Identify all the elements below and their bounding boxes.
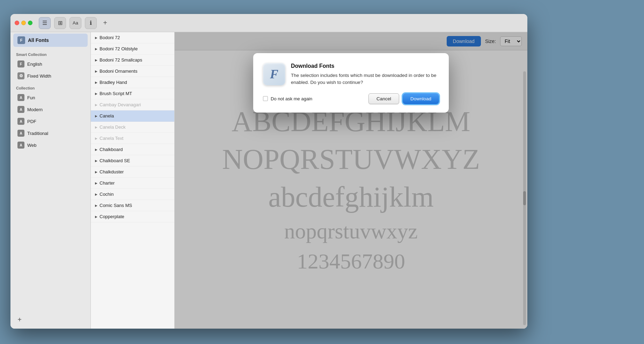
pdf-icon: A [17,118,24,125]
add-collection-plus-button[interactable]: + [15,315,24,324]
grid-view-button[interactable]: ⊞ [54,17,66,29]
minimize-button[interactable] [21,21,26,25]
font-name: Cochin [100,192,114,197]
expand-arrow: ▶ [95,215,97,218]
font-name: Chalkboard [100,147,123,152]
all-fonts-label: All Fonts [28,37,49,43]
font-name: Brush Script MT [100,91,132,96]
font-name: Bodoni 72 [100,35,120,40]
fun-icon: A [17,94,24,101]
modal-footer: Do not ask me again Cancel Download [263,93,439,104]
modal-buttons: Cancel Download [368,93,439,104]
font-name: Bodoni 72 Oldstyle [100,46,138,51]
all-fonts-icon: F [17,36,25,44]
font-item-bodoni72smallcaps[interactable]: ▶ Bodoni 72 Smallcaps [91,55,174,66]
font-item-cambaydevanagari[interactable]: ▶ Cambay Devanagari [91,99,174,110]
font-item-chalkduster[interactable]: ▶ Chalkduster [91,166,174,178]
expand-arrow: ▶ [95,181,97,185]
sidebar-item-english[interactable]: F English [12,58,89,70]
font-name: Comic Sans MS [100,203,132,208]
add-collection-button[interactable]: + [100,18,110,28]
pdf-label: PDF [27,119,36,124]
font-item-chalkboardse[interactable]: ▶ Chalkboard SE [91,155,174,166]
font-item-charter[interactable]: ▶ Charter [91,178,174,189]
modal-body-text: The selection includes fonts which must … [291,72,439,86]
close-button[interactable] [15,21,19,25]
modal-text-section: Download Fonts The selection includes fo… [291,63,439,86]
modal-overlay: F Download Fonts The selection includes … [175,32,527,329]
expand-arrow: ▶ [95,81,97,84]
collection-section-label: Collection [10,82,90,92]
expand-arrow: ▶ [95,47,97,51]
expand-arrow: ▶ [95,36,97,40]
sidebar-bottom: + [10,310,90,329]
font-item-bodoniornaments[interactable]: ▶ Bodoni Ornaments [91,66,174,77]
sidebar-item-pdf[interactable]: A PDF [12,116,89,127]
font-item-caneladeck[interactable]: ▶ Canela Deck [91,122,174,133]
sidebar-item-fixed-width[interactable]: ⚙ Fixed Width [12,70,89,81]
sidebar-item-modern[interactable]: A Modern [12,104,89,115]
font-name: Cambay Devanagari [100,102,141,107]
font-name: Chalkduster [100,169,124,174]
expand-arrow: ▶ [95,193,97,196]
sidebar-item-all-fonts[interactable]: F All Fonts [13,34,88,47]
expand-arrow: ▶ [95,58,97,62]
do-not-ask-label[interactable]: Do not ask me again [271,96,312,101]
do-not-ask-checkbox[interactable] [263,96,268,101]
preview-area: Download Size: Fit 9 12 18 24 36 48 64 7… [175,32,527,329]
expand-arrow: ▶ [95,103,97,107]
font-item-bodoni72oldstyle[interactable]: ▶ Bodoni 72 Oldstyle [91,43,174,55]
modal-font-icon: F [263,63,285,85]
font-item-canela[interactable]: ▶ Canela [91,110,174,122]
font-item-cochin[interactable]: ▶ Cochin [91,189,174,200]
font-item-chalkboard[interactable]: ▶ Chalkboard [91,144,174,155]
expand-arrow: ▶ [95,137,97,140]
smart-collection-section-label: Smart Collection [10,48,90,58]
font-name: Canela Text [100,136,123,141]
font-item-comicsans[interactable]: ▶ Comic Sans MS [91,200,174,211]
cancel-button[interactable]: Cancel [368,93,399,104]
expand-arrow: ▶ [95,170,97,174]
titlebar: ☰ ⊞ Aa ℹ + [10,14,527,32]
font-name: Bradley Hand [100,80,127,85]
main-window: ☰ ⊞ Aa ℹ + F All Fonts Smart Collection … [10,14,527,329]
sidebar-item-fun[interactable]: A Fun [12,92,89,103]
fixed-width-icon: ⚙ [17,72,24,79]
download-fonts-modal: F Download Fonts The selection includes … [253,53,449,113]
modern-label: Modern [27,107,43,112]
modal-header: F Download Fonts The selection includes … [263,63,439,86]
checkbox-row: Do not ask me again [263,96,312,101]
traffic-lights [15,21,32,25]
font-item-copperplate[interactable]: ▶ Copperplate [91,211,174,222]
maximize-button[interactable] [28,21,32,25]
traditional-label: Traditional [27,131,48,136]
web-label: Web [27,143,37,148]
font-name: Chalkboard SE [100,158,130,163]
web-icon: A [17,142,24,149]
font-item-bradleyhand[interactable]: ▶ Bradley Hand [91,77,174,88]
font-item-canelatext[interactable]: ▶ Canela Text [91,133,174,144]
english-label: English [27,62,42,67]
sidebar-item-web[interactable]: A Web [12,139,89,151]
sidebar-item-traditional[interactable]: A Traditional [12,128,89,139]
list-view-button[interactable]: ☰ [39,17,51,29]
expand-arrow: ▶ [95,70,97,73]
fun-label: Fun [27,95,35,100]
info-button[interactable]: ℹ [85,17,97,29]
font-item-brushscript[interactable]: ▶ Brush Script MT [91,88,174,99]
english-icon: F [17,60,24,67]
modal-icon-letter: F [270,67,278,81]
fixed-width-label: Fixed Width [27,73,51,79]
modal-download-button[interactable]: Download [403,93,439,104]
font-preview-button[interactable]: Aa [69,17,81,29]
expand-arrow: ▶ [95,126,97,129]
font-list: ▶ Bodoni 72 ▶ Bodoni 72 Oldstyle ▶ Bodon… [91,32,175,329]
font-item-bodoni72[interactable]: ▶ Bodoni 72 [91,32,174,43]
traditional-icon: A [17,130,24,137]
expand-arrow: ▶ [95,114,97,118]
expand-arrow: ▶ [95,92,97,95]
font-name: Canela [100,113,114,119]
expand-arrow: ▶ [95,159,97,163]
font-name: Bodoni Ornaments [100,69,137,74]
font-name: Charter [100,180,115,186]
